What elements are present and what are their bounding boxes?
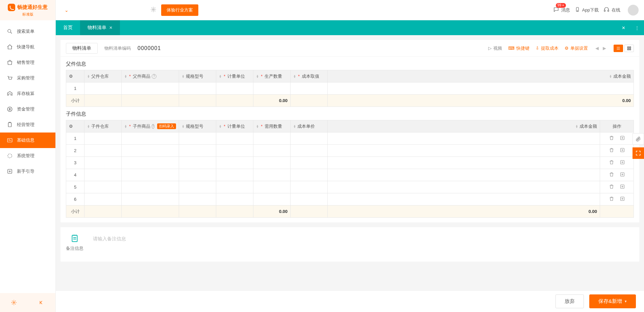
delete-row-icon[interactable]: [609, 172, 614, 178]
sidebar-item-quicknav[interactable]: 快捷导航: [0, 39, 55, 55]
online-support-button[interactable]: 在线: [603, 6, 620, 14]
extract-cost-link[interactable]: ⇩ 提取成本: [536, 45, 559, 51]
plus-square-icon: [7, 168, 13, 174]
child-table-row[interactable]: 6: [66, 193, 634, 206]
magnifier-icon: [7, 28, 13, 34]
cart-icon: [7, 75, 13, 81]
child-table-row[interactable]: 1: [66, 133, 634, 145]
close-icon[interactable]: ✕: [109, 25, 113, 30]
tab-bom[interactable]: 物料清单 ✕: [80, 20, 120, 35]
row-index: 6: [66, 193, 84, 206]
sort-icon[interactable]: ▲▼: [609, 75, 612, 78]
doc-settings-link[interactable]: ⚙ 单据设置: [565, 45, 588, 51]
help-icon[interactable]: ?: [152, 74, 156, 79]
row-index: 3: [66, 157, 84, 169]
promo-button[interactable]: 体验行业方案: [161, 4, 198, 16]
sort-icon[interactable]: ▲▼: [124, 75, 127, 78]
hotkey-link[interactable]: ⌨ 快捷键: [508, 45, 529, 51]
sidebar-item-search[interactable]: 搜索菜单: [0, 24, 55, 39]
settings-icon[interactable]: [10, 299, 17, 306]
sidebar-item-guide[interactable]: 新手引导: [0, 164, 55, 179]
child-table-row[interactable]: 4: [66, 169, 634, 181]
delete-row-icon[interactable]: [609, 184, 614, 190]
sidebar-item-label: 搜索菜单: [17, 28, 34, 34]
sort-icon[interactable]: ▲▼: [575, 125, 578, 128]
download-label: App下载: [582, 7, 599, 13]
delete-row-icon[interactable]: [609, 135, 614, 142]
remark-input[interactable]: [92, 233, 634, 244]
tab-more[interactable]: ⋮: [630, 20, 644, 35]
card-tab-bom[interactable]: 物料清单: [66, 43, 98, 54]
sort-icon[interactable]: ▲▼: [219, 75, 222, 78]
messages-button[interactable]: 99 + 消息: [553, 6, 570, 14]
sidebar: 畅捷通好生意 标准版 搜索菜单 快捷导航 销售管理 采购管理: [0, 0, 56, 312]
sidebar-item-inventory[interactable]: 库存核算: [0, 86, 55, 101]
video-link[interactable]: ▷ 视频: [488, 45, 502, 51]
parent-table-row[interactable]: 1: [66, 82, 634, 95]
view-grid-button[interactable]: [624, 45, 634, 52]
tab-home[interactable]: 首页: [56, 20, 80, 35]
sort-icon[interactable]: ▲▼: [87, 75, 90, 78]
online-label: 在线: [612, 7, 620, 13]
fullscreen-button[interactable]: [633, 147, 644, 159]
bom-card: 物料清单 物料清单编码 0000001 ▷ 视频 ⌨ 快捷键: [60, 40, 639, 222]
delete-row-icon[interactable]: [609, 147, 614, 154]
scan-input-tag[interactable]: 扫码录入: [157, 123, 176, 129]
avatar[interactable]: [628, 5, 639, 16]
sidebar-item-operations[interactable]: 经营管理: [0, 117, 55, 133]
company-selector[interactable]: ⌄: [61, 7, 146, 13]
add-row-icon[interactable]: [620, 196, 625, 202]
next-record-icon[interactable]: ▶: [601, 45, 608, 51]
svg-point-4: [8, 154, 12, 158]
add-row-icon[interactable]: [620, 172, 625, 178]
sidebar-item-basicinfo[interactable]: 基础信息: [0, 133, 55, 148]
add-row-icon[interactable]: [620, 135, 625, 142]
child-subtotal-row: 小计 0.00 0.00: [66, 206, 634, 218]
child-subtotal-amount: 0.00: [328, 206, 600, 218]
note-icon: [70, 233, 80, 243]
delete-row-icon[interactable]: [609, 196, 614, 202]
save-and-new-button[interactable]: 保存&新增 ▾: [589, 294, 636, 308]
tab-close-all[interactable]: ✕: [617, 20, 630, 35]
logo-block: 畅捷通好生意 标准版: [0, 0, 55, 20]
sort-icon[interactable]: ▲▼: [124, 125, 127, 128]
brand-edition: 标准版: [22, 12, 33, 17]
sort-icon[interactable]: ▲▼: [87, 125, 90, 128]
add-row-icon[interactable]: [620, 160, 625, 166]
svg-rect-12: [627, 47, 629, 48]
view-list-button[interactable]: [614, 45, 623, 52]
discard-button[interactable]: 放弃: [555, 294, 584, 308]
col-child-unitcost: 成本单价: [297, 123, 315, 129]
sort-icon[interactable]: ▲▼: [256, 75, 259, 78]
sort-icon[interactable]: ▲▼: [256, 125, 259, 128]
add-row-icon[interactable]: [620, 147, 625, 154]
sort-icon[interactable]: ▲▼: [293, 75, 296, 78]
logo-icon: [8, 4, 15, 11]
prev-record-icon[interactable]: ◀: [594, 45, 600, 51]
svg-point-0: [8, 29, 11, 32]
sort-icon[interactable]: ▲▼: [219, 125, 222, 128]
sort-icon[interactable]: ▲▼: [182, 125, 184, 128]
child-table-row[interactable]: 2: [66, 145, 634, 157]
child-table-row[interactable]: 5: [66, 181, 634, 193]
tabs-bar: 首页 物料清单 ✕ ✕ ⋮: [56, 20, 644, 35]
sidebar-item-label: 经营管理: [17, 122, 34, 128]
gear-icon[interactable]: ⚙: [69, 74, 73, 79]
sidebar-item-purchase[interactable]: 采购管理: [0, 70, 55, 86]
add-row-icon[interactable]: [620, 184, 625, 190]
sidebar-item-sales[interactable]: 销售管理: [0, 55, 55, 70]
app-download-button[interactable]: App下载: [575, 7, 599, 13]
company-settings-icon[interactable]: [150, 6, 156, 14]
sidebar-item-finance[interactable]: 资金管理: [0, 101, 55, 117]
sidebar-item-system[interactable]: 系统管理: [0, 148, 55, 164]
col-parent-product: 父件商品: [133, 73, 150, 79]
sort-icon[interactable]: ▲▼: [182, 75, 184, 78]
child-table-row[interactable]: 3: [66, 157, 634, 169]
svg-rect-2: [8, 123, 11, 127]
sort-icon[interactable]: ▲▼: [293, 125, 296, 128]
delete-row-icon[interactable]: [609, 160, 614, 166]
attachment-button[interactable]: [633, 133, 644, 145]
collapse-icon[interactable]: [38, 299, 45, 306]
help-icon[interactable]: ?: [152, 124, 154, 129]
gear-icon[interactable]: ⚙: [69, 124, 73, 129]
